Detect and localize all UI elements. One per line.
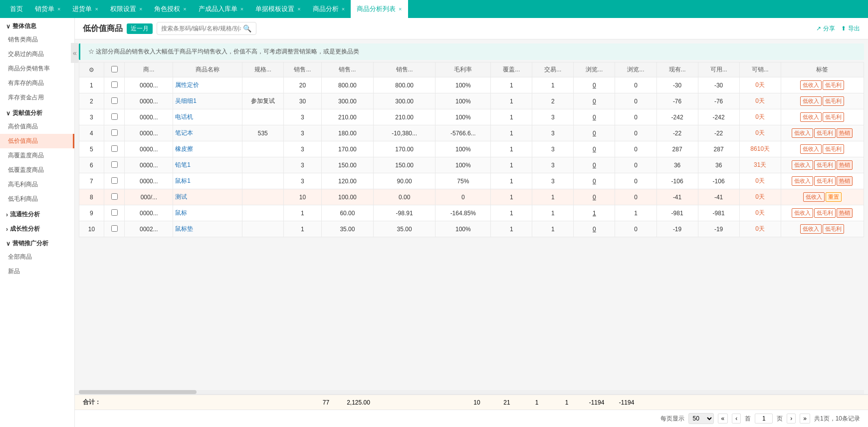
row-checkbox[interactable] [104,221,125,237]
row-sales-gross: 0.00 [373,189,435,205]
row-name[interactable]: 铅笔1 [173,157,242,173]
row-select-checkbox[interactable] [111,161,118,168]
row-select-checkbox[interactable] [111,193,118,200]
row-browse1[interactable]: 0 [574,93,615,109]
page-size-select[interactable]: 50 100 [688,413,714,424]
sidebar-item-high-value[interactable]: 高价值商品 [0,119,74,134]
nav-product-storage[interactable]: 产成品入库单 × [193,0,249,18]
close-icon[interactable]: × [139,6,142,12]
search-icon[interactable]: 🔍 [243,24,251,32]
product-tag: 低毛利 [814,128,836,138]
row-sales-qty: 20 [283,77,321,93]
sidebar-item-high-margin[interactable]: 高毛利商品 [0,177,74,192]
sidebar-item-low-coverage[interactable]: 低覆盖度商品 [0,163,74,177]
sidebar-item-inventory-capital[interactable]: 库存资金占用 [0,90,74,105]
row-select-checkbox[interactable] [111,97,118,104]
checkbox-col-header[interactable] [104,62,125,77]
page-number-input[interactable] [755,414,773,424]
row-sales-qty: 10 [283,189,321,205]
row-browse1[interactable]: 0 [574,77,615,93]
horizontal-scrollbar[interactable] [79,390,864,394]
sidebar-group-overview[interactable]: ∨ 整体信息 [0,18,74,32]
nav-permissions[interactable]: 权限设置 × [104,0,148,18]
close-icon[interactable]: × [95,6,98,12]
last-page-button[interactable]: » [800,414,810,424]
row-name[interactable]: 测试 [173,189,242,205]
nav-home[interactable]: 首页 [4,0,29,18]
close-icon[interactable]: × [240,6,243,12]
row-browse1[interactable]: 1 [574,205,615,221]
row-browse1[interactable]: 0 [574,109,615,125]
row-name[interactable]: 鼠标 [173,205,242,221]
row-browse1[interactable]: 0 [574,157,615,173]
row-name[interactable]: 橡皮擦 [173,141,242,157]
row-sales-qty: 3 [283,157,321,173]
settings-col-header[interactable]: ⚙ [79,62,104,77]
row-browse1[interactable]: 0 [574,221,615,237]
row-checkbox[interactable] [104,141,125,157]
row-browse1[interactable]: 0 [574,125,615,141]
row-name[interactable]: 属性定价 [173,77,242,93]
content-area: 低价值商品 近一月 🔍 ↗ 分享 ⬆ 导出 [75,18,868,427]
prev-page-button[interactable]: ‹ [732,414,741,424]
table-container[interactable]: ⚙ 商... 商品名称 规格... 销售... 销售... 销售... 毛利率 … [75,62,868,390]
table-row: 10 0002... 鼠标垫 1 35.00 35.00 100% 1 1 0 … [79,221,864,237]
row-browse1[interactable]: 0 [574,173,615,189]
close-icon[interactable]: × [399,6,402,12]
search-input[interactable] [161,25,241,32]
row-select-checkbox[interactable] [111,129,118,136]
sidebar-item-high-coverage[interactable]: 高覆盖度商品 [0,148,74,163]
row-checkbox[interactable] [104,93,125,109]
row-select-checkbox[interactable] [111,113,118,120]
row-checkbox[interactable] [104,173,125,189]
close-icon[interactable]: × [183,6,186,12]
sidebar-item-sales-products[interactable]: 销售类商品 [0,32,74,47]
row-name[interactable]: 鼠标1 [173,173,242,189]
sidebar-group-growth[interactable]: › 成长性分析 [0,221,74,235]
nav-purchase-order[interactable]: 进货单 × [66,0,104,18]
row-select-checkbox[interactable] [111,209,118,216]
share-button[interactable]: ↗ 分享 [816,24,835,33]
row-select-checkbox[interactable] [111,145,118,152]
row-select-checkbox[interactable] [111,177,118,184]
sidebar-group-contribution[interactable]: ∨ 贡献值分析 [0,105,74,119]
period-tag[interactable]: 近一月 [127,23,153,34]
row-select-checkbox[interactable] [111,225,118,232]
sidebar-group-marketing[interactable]: ∨ 营销推广分析 [0,235,74,250]
row-checkbox[interactable] [104,109,125,125]
sidebar-item-category-sales-rate[interactable]: 商品分类销售率 [0,61,74,76]
first-page-button[interactable]: « [718,414,728,424]
sidebar-item-all-products[interactable]: 全部商品 [0,250,74,264]
close-icon[interactable]: × [342,6,345,12]
row-checkbox[interactable] [104,77,125,93]
select-all-checkbox[interactable] [111,66,118,72]
sidebar-item-stocked-products[interactable]: 有库存的商品 [0,76,74,90]
row-checkbox[interactable] [104,157,125,173]
row-name[interactable]: 电话机 [173,109,242,125]
export-button[interactable]: ⬆ 导出 [841,24,860,33]
row-checkbox[interactable] [104,189,125,205]
sidebar-item-low-value[interactable]: 低价值商品 [0,134,74,148]
row-select-checkbox[interactable] [111,81,118,88]
sidebar-item-traded-products[interactable]: 交易过的商品 [0,47,74,61]
nav-template-settings[interactable]: 单据模板设置 × [249,0,306,18]
row-checkbox[interactable] [104,205,125,221]
sidebar-item-low-margin[interactable]: 低毛利商品 [0,192,74,206]
sidebar-group-circulation[interactable]: › 流通性分析 [0,206,74,221]
row-name[interactable]: 吴细细1 [173,93,242,109]
row-name[interactable]: 鼠标垫 [173,221,242,237]
sidebar-item-new-products[interactable]: 新品 [0,264,74,279]
scrollbar-thumb[interactable] [79,390,197,394]
nav-product-analysis[interactable]: 商品分析 × [307,0,351,18]
row-checkbox[interactable] [104,125,125,141]
nav-role-auth[interactable]: 角色授权 × [148,0,192,18]
row-browse1[interactable]: 0 [574,189,615,205]
sidebar-collapse-button[interactable]: « [71,43,79,63]
close-icon[interactable]: × [57,6,60,12]
row-name[interactable]: 笔记本 [173,125,242,141]
next-page-button[interactable]: › [787,414,796,424]
nav-product-analysis-list[interactable]: 商品分析列表 × [351,0,408,18]
close-icon[interactable]: × [297,6,300,12]
row-browse1[interactable]: 0 [574,141,615,157]
nav-sales-order[interactable]: 销货单 × [29,0,66,18]
